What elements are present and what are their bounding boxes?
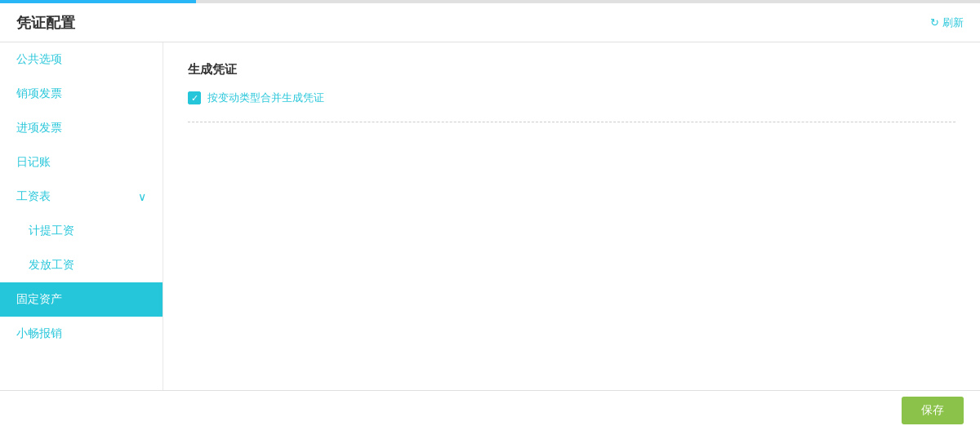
sidebar-item-journal[interactable]: 日记账 xyxy=(0,145,163,180)
content-area: 生成凭证 按变动类型合并生成凭证 xyxy=(163,42,980,390)
footer: 保存 xyxy=(0,390,980,426)
save-button[interactable]: 保存 xyxy=(902,397,964,424)
sidebar-item-label: 进项发票 xyxy=(16,121,62,135)
sidebar-item-sales-invoice[interactable]: 销项发票 xyxy=(0,77,163,111)
sidebar-item-label: 日记账 xyxy=(16,155,51,170)
sidebar-item-calculate-salary[interactable]: 计提工资 xyxy=(0,214,163,248)
sidebar: 公共选项 销项发票 进项发票 日记账 工资表 ∨ 计提工资 发放工资 固定资产 … xyxy=(0,42,163,390)
section-title: 生成凭证 xyxy=(188,62,956,78)
sidebar-item-label: 发放工资 xyxy=(29,258,74,273)
chevron-down-icon: ∨ xyxy=(138,190,146,203)
sidebar-item-label: 销项发票 xyxy=(16,87,62,101)
sidebar-item-expense[interactable]: 小畅报销 xyxy=(0,317,163,351)
sidebar-item-fixed-assets[interactable]: 固定资产 xyxy=(0,282,163,317)
refresh-icon: ↻ xyxy=(930,16,939,29)
header: 凭证配置 ↻ 刷新 xyxy=(0,3,980,42)
sidebar-item-label: 工资表 xyxy=(16,189,51,204)
sidebar-item-label: 小畅报销 xyxy=(16,326,62,341)
sidebar-item-purchase-invoice[interactable]: 进项发票 xyxy=(0,111,163,145)
merge-checkbox[interactable] xyxy=(188,91,201,104)
sidebar-item-payroll[interactable]: 工资表 ∨ xyxy=(0,180,163,214)
sidebar-item-label: 公共选项 xyxy=(16,52,62,67)
checkbox-row: 按变动类型合并生成凭证 xyxy=(188,91,956,105)
sidebar-item-label: 固定资产 xyxy=(16,292,62,307)
refresh-button[interactable]: ↻ 刷新 xyxy=(930,16,964,30)
page-title: 凭证配置 xyxy=(16,13,75,33)
sidebar-item-public[interactable]: 公共选项 xyxy=(0,42,163,77)
refresh-label: 刷新 xyxy=(942,16,964,30)
main-layout: 公共选项 销项发票 进项发票 日记账 工资表 ∨ 计提工资 发放工资 固定资产 … xyxy=(0,42,980,390)
section-divider xyxy=(188,122,956,122)
merge-checkbox-label[interactable]: 按变动类型合并生成凭证 xyxy=(207,91,324,105)
sidebar-item-pay-salary[interactable]: 发放工资 xyxy=(0,248,163,282)
sidebar-item-label: 计提工资 xyxy=(29,224,74,238)
